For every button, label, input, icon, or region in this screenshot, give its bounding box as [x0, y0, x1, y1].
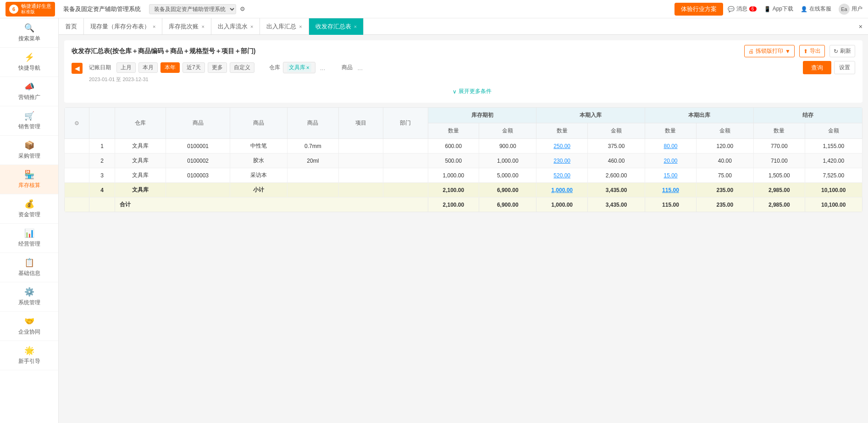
sidebar-item-finance[interactable]: 💰 资金管理 [0, 194, 58, 224]
cell-balance-amt: 1,155.00 [805, 139, 862, 154]
export-icon: ⬆ [803, 48, 808, 55]
cell-in-qty: 520.00 [536, 168, 587, 183]
tab-close-stock-dist[interactable]: × [153, 24, 155, 29]
sidebar: 🔍 搜索菜单 ⚡ 快捷导航 📣 营销推广 🛒 销售管理 📦 采购管理 🏪 [0, 18, 59, 423]
in-qty-subtotal-link[interactable]: 1,000.00 [551, 187, 573, 193]
warehouse-filter[interactable]: 文具库 × [283, 62, 315, 73]
tab-close-flow[interactable]: × [250, 24, 253, 29]
cell-num-subtotal: 4 [89, 183, 115, 198]
sidebar-item-inventory[interactable]: 🏪 库存核算 [0, 165, 58, 194]
tab-bar: 首页 现存量（库存分布表） × 库存批次账 × 出入库流水 × 出入库汇总 × [59, 18, 868, 35]
date-curr-year[interactable]: 本年 [160, 62, 180, 73]
expand-row: ∨ 展开更多条件 [89, 85, 855, 98]
cell-code: 0100001 [166, 139, 230, 154]
th-balance-qty: 数量 [754, 123, 805, 139]
out-qty-link[interactable]: 15.00 [663, 172, 677, 179]
user-action[interactable]: Ea 用户 [839, 4, 862, 15]
table-footer-total: 合计 2,100.00 6,900.00 1,000.00 3,435.00 1… [65, 198, 862, 212]
tab-batch[interactable]: 库存批次账 × [162, 18, 211, 35]
cell-balance-amt-subtotal: 10,100.00 [805, 183, 862, 198]
date-curr-month[interactable]: 本月 [138, 62, 158, 73]
sidebar-item-purchase[interactable]: 📦 采购管理 [0, 136, 58, 165]
th-settings: ⚙ [65, 108, 89, 139]
expand-conditions-btn[interactable]: ∨ 展开更多条件 [453, 88, 492, 95]
tab-summary[interactable]: 出入库汇总 × [260, 18, 309, 35]
filter-settings-button[interactable]: 设置 [834, 61, 855, 74]
print-button[interactable]: 🖨 拣锁版打印 ▼ [744, 45, 795, 57]
in-qty-link[interactable]: 230.00 [553, 158, 570, 164]
query-button[interactable]: 查询 [803, 61, 831, 74]
cell-code: 0100002 [166, 154, 230, 168]
sidebar-item-quick-nav[interactable]: ⚡ 快捷导航 [0, 48, 58, 77]
sidebar-item-basic-info[interactable]: 📋 基础信息 [0, 253, 58, 282]
out-qty-subtotal-link[interactable]: 115.00 [662, 187, 679, 193]
tab-recv-send[interactable]: 收发存汇总表 × [309, 18, 364, 35]
warehouse-tag-close[interactable]: × [306, 65, 310, 71]
date-prev-month[interactable]: 上月 [116, 62, 136, 73]
tab-flow[interactable]: 出入库流水 × [211, 18, 260, 35]
column-settings-icon[interactable]: ⚙ [73, 119, 81, 127]
sidebar-item-sales[interactable]: 🛒 销售管理 [0, 106, 58, 136]
cell-dept-subtotal [383, 183, 428, 198]
date-7days[interactable]: 近7天 [182, 62, 205, 73]
sidebar-item-search[interactable]: 🔍 搜索菜单 [0, 18, 58, 48]
cell-in-amt-subtotal: 3,435.00 [587, 183, 645, 198]
cell-balance-qty: 770.00 [754, 139, 805, 154]
filter-collapse-btn[interactable]: ◀ [72, 63, 83, 74]
in-qty-link[interactable]: 250.00 [553, 143, 570, 149]
goods-label: 商品 [342, 64, 353, 71]
app-download-action[interactable]: 📱 App下载 [764, 5, 793, 13]
tab-home[interactable]: 首页 [59, 18, 84, 35]
table-row-subtotal: 4 文具库 小计 2,100.00 6,900.00 1,000.00 [65, 183, 862, 198]
th-dept: 部门 [383, 108, 428, 139]
th-opening-amt: 金额 [479, 123, 536, 139]
cell-settings [65, 183, 89, 198]
settings-icon[interactable]: ⚙ [240, 5, 245, 12]
out-qty-link[interactable]: 20.00 [663, 158, 677, 164]
date-custom[interactable]: 自定义 [230, 62, 254, 73]
footer-out-amt: 235.00 [696, 198, 753, 212]
footer-label: 合计 [115, 198, 428, 212]
footer-settings [65, 198, 89, 212]
in-qty-link[interactable]: 520.00 [553, 172, 570, 179]
footer-balance-qty: 2,985.00 [754, 198, 805, 212]
cell-balance-qty: 1,505.00 [754, 168, 805, 183]
trial-button[interactable]: 体验行业方案 [674, 3, 723, 16]
tab-close-summary[interactable]: × [299, 24, 302, 29]
export-button[interactable]: ⬆ 导出 [799, 45, 825, 57]
avatar: Ea [839, 4, 850, 15]
cell-project [338, 139, 383, 154]
th-warehouse: 仓库 [115, 108, 166, 139]
date-more[interactable]: 更多 [208, 62, 227, 73]
cell-out-qty: 20.00 [645, 154, 696, 168]
tab-close-batch[interactable]: × [201, 24, 204, 29]
tab-close-recv-send[interactable]: × [354, 24, 357, 29]
cooperation-icon: 🤝 [24, 316, 34, 326]
sales-icon: 🛒 [24, 111, 34, 121]
system-selector[interactable]: 装备及固定资产辅助管理系统 [149, 4, 236, 14]
cell-opening-qty-subtotal: 2,100.00 [428, 183, 479, 198]
th-goods-name: 商品 [230, 108, 287, 139]
date-label: 记账日期 [89, 64, 111, 71]
refresh-button[interactable]: ↻ 刷新 [829, 45, 855, 57]
sidebar-item-system[interactable]: ⚙️ 系统管理 [0, 282, 58, 312]
cell-code-subtotal [166, 183, 230, 198]
sidebar-item-marketing[interactable]: 📣 营销推广 [0, 77, 58, 106]
th-opening-qty: 数量 [428, 123, 479, 139]
sidebar-item-guide[interactable]: 🌟 新手引导 [0, 341, 58, 370]
tab-close-all[interactable]: × [853, 23, 868, 30]
tab-stock-dist[interactable]: 现存量（库存分布表） × [84, 18, 162, 35]
warehouse-more-btn[interactable]: ... [318, 64, 327, 71]
message-action[interactable]: 💬 消息 6 [728, 5, 757, 13]
online-service-action[interactable]: 👤 在线客服 [801, 5, 831, 13]
sidebar-item-operations[interactable]: 📊 经营管理 [0, 224, 58, 253]
date-filter-group: 上月 本月 本年 近7天 更多 自定义 [116, 62, 254, 73]
sidebar-item-cooperation[interactable]: 🤝 企业协同 [0, 312, 58, 341]
footer-out-qty: 115.00 [645, 198, 696, 212]
goods-more-btn[interactable]: ... [355, 64, 365, 71]
out-qty-link[interactable]: 80.00 [663, 143, 677, 149]
cell-in-amt: 2,600.00 [587, 168, 645, 183]
cell-name: 采访本 [230, 168, 287, 183]
filter-row-2: 2023-01-01 至 2023-12-31 [89, 76, 855, 83]
chevron-down-icon: ▼ [785, 48, 791, 55]
